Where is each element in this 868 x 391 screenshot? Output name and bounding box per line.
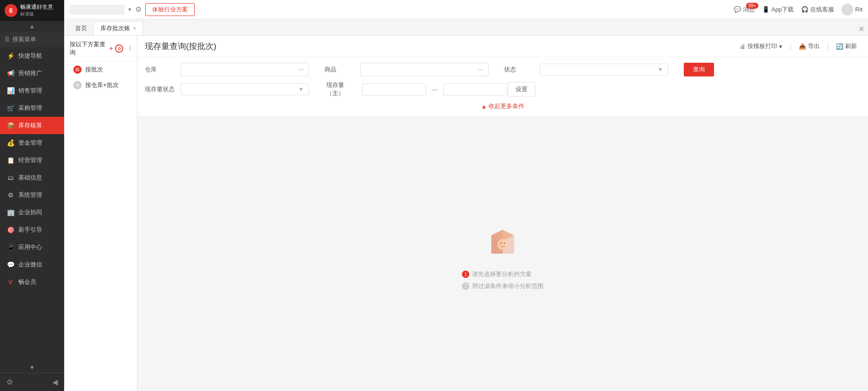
add-plan-button[interactable]: + [109,44,113,53]
user-menu[interactable]: Rit [841,4,863,16]
username-label: Rit [855,6,863,13]
warehouse-filter-input[interactable]: ··· [181,63,309,76]
tab-inventory-batch-label: 库存批次账 [100,24,130,33]
filter-row-1: 仓库 ··· 商品 ··· [145,63,861,76]
sidebar-item-system[interactable]: ⚙ 系统管理 [0,186,64,204]
stock-main-to-input[interactable] [443,83,507,96]
stock-status-arrow[interactable]: ▼ [298,86,304,92]
sidebar-settings-icon[interactable]: ⚙ [6,378,13,386]
sidebar-search[interactable]: ☰ 搜索菜单 [0,32,64,47]
sidebar-item-label: 企业协同 [18,208,42,217]
left-panel-collapse-button[interactable]: 《 [125,44,132,53]
stock-status-filter-group: 现存量状态 ▼ [145,83,319,95]
collapse-filter-button[interactable]: ▲ 收起更多条件 [145,102,861,110]
purchase-icon: 🛒 [6,104,15,112]
print-button[interactable]: 🖨 按模板打印 ▾ [736,40,786,52]
refresh-label: 刷新 [845,42,857,50]
sidebar-nav: ⚡ 快捷导航 📢 营销推广 📊 销售管理 🛒 采购管理 📦 库存核算 💰 资金管… [0,47,64,362]
tab-home[interactable]: 首页 [69,22,93,35]
app-edition: 标准版 [20,11,53,17]
tab-close-icon[interactable]: × [133,25,136,32]
empty-tip-1: 1 请先选择要分析的方案 [462,270,544,278]
sidebar-item-label: 快捷导航 [18,52,42,60]
query-button[interactable]: 查询 [684,63,714,76]
trial-button[interactable]: 体验行业方案 [145,3,195,16]
sidebar-item-label: 销售管理 [18,87,42,95]
topbar-settings-icon[interactable]: ⚙ [135,5,142,14]
svg-point-4 [497,239,508,250]
status-select-arrow[interactable]: ▼ [658,66,663,73]
left-panel: 按以下方案查询 + ⚙ 《 ⚙ 按批次 ⚙ 按仓库+批次 [64,36,137,391]
status-filter-group: 状态 ▼ [504,64,678,76]
stock-status-select[interactable]: ▼ [181,83,309,95]
svg-point-5 [500,242,502,244]
app-download-label: App下载 [771,5,794,14]
newbie-icon: 🎯 [6,226,15,234]
online-service-button[interactable]: 🎧 在线客服 [801,5,834,14]
stock-main-label: 现存量（主） [326,81,358,98]
sidebar-item-newbie[interactable]: 🎯 新手引导 [0,221,64,239]
export-button[interactable]: 📤 导出 [795,40,824,52]
app-download-icon: 📱 [762,6,769,13]
wechat-icon: 💬 [6,261,15,269]
sidebar-item-label: 营销推广 [18,69,42,77]
sidebar-item-marketing[interactable]: 📢 营销推广 [0,65,64,82]
sidebar-item-sales[interactable]: 📊 销售管理 [0,82,64,99]
sidebar-item-operations[interactable]: 📋 经营管理 [0,152,64,169]
content-area: 按以下方案查询 + ⚙ 《 ⚙ 按批次 ⚙ 按仓库+批次 现存量查询(按批次) [64,36,868,391]
print-dropdown-icon[interactable]: ▾ [779,43,782,50]
product-dots-button[interactable]: ··· [478,65,483,74]
product-filter-group: 商品 ··· [324,63,499,76]
finance-icon: 💰 [6,139,15,147]
online-service-label: 在线客服 [810,5,834,14]
sidebar-item-wechat[interactable]: 💬 企业微信 [0,256,64,273]
enterprise-icon: 🏢 [6,208,15,217]
sidebar-collapse-icon[interactable]: ◀ [52,378,58,386]
plan-item-warehouse-batch[interactable]: ⚙ 按仓库+批次 [64,77,137,93]
warehouse-dots-button[interactable]: ··· [298,65,304,74]
tip-2-text: 用过滤条件来缩小分析范围 [472,282,544,290]
sidebar-item-basics[interactable]: 🗂 基础信息 [0,169,64,186]
vip-icon: V [6,278,15,286]
sidebar-item-label: 经营管理 [18,156,42,164]
topbar-search-input[interactable] [70,5,125,15]
status-filter-select[interactable]: ▼ [540,64,668,76]
action-divider-1: | [790,43,791,50]
plan-label-warehouse-batch: 按仓库+批次 [85,81,119,89]
quick-nav-icon: ⚡ [6,52,15,60]
search-text: 搜索菜单 [12,35,36,43]
topbar-dropdown-arrow[interactable]: ▾ [128,6,132,13]
plan-item-batch[interactable]: ⚙ 按批次 [64,62,137,77]
sidebar-scroll-up[interactable]: ▲ [0,21,64,32]
refresh-button[interactable]: 🔄 刷新 [832,40,861,52]
sidebar-item-finance[interactable]: 💰 资金管理 [0,134,64,152]
sidebar-header: 6 畅康通好生意 标准版 [0,0,64,21]
topbar-right: 💬 消息 99+ 📱 App下载 🎧 在线客服 Rit [734,4,863,16]
settings-button[interactable]: 设置 [508,82,535,97]
sidebar: 6 畅康通好生意 标准版 ▲ ☰ 搜索菜单 ⚡ 快捷导航 📢 营销推广 📊 销售… [0,0,64,391]
empty-tips: 1 请先选择要分析的方案 2 用过滤条件来缩小分析范围 [462,270,544,290]
filter-row-2: 现存量状态 ▼ 现存量（主） — [145,81,861,98]
empty-tip-2: 2 用过滤条件来缩小分析范围 [462,282,544,290]
sidebar-item-label: 企业微信 [18,261,42,269]
plan-settings-button[interactable]: ⚙ [115,44,123,53]
product-filter-input[interactable]: ··· [360,63,489,76]
sidebar-item-quick-nav[interactable]: ⚡ 快捷导航 [0,47,64,65]
panel-close-button[interactable]: ✕ [857,23,866,35]
sidebar-scroll-down[interactable]: ▼ [0,362,64,373]
app-download-button[interactable]: 📱 App下载 [762,5,794,14]
sidebar-item-vip[interactable]: V 畅会员 [0,273,64,291]
tabbar: 首页 库存批次账 × ✕ [64,19,868,36]
warehouse-filter-group: 仓库 ··· [145,63,319,76]
tab-inventory-batch[interactable]: 库存批次账 × [93,21,143,35]
right-content: 现存量查询(按批次) 🖨 按模板打印 ▾ | 📤 导出 | 🔄 [137,36,868,391]
sales-icon: 📊 [6,87,15,95]
app-logo: 6 [5,4,17,17]
sidebar-item-purchase[interactable]: 🛒 采购管理 [0,99,64,117]
message-button[interactable]: 💬 消息 99+ [734,5,755,14]
sidebar-item-inventory[interactable]: 📦 库存核算 [0,117,64,134]
main-area: ▾ ⚙ 体验行业方案 💬 消息 99+ 📱 App下载 🎧 在线客服 Rit [64,0,868,391]
stock-main-from-input[interactable] [362,83,426,96]
sidebar-item-enterprise[interactable]: 🏢 企业协同 [0,204,64,221]
sidebar-item-appstore[interactable]: 📱 应用中心 [0,239,64,256]
